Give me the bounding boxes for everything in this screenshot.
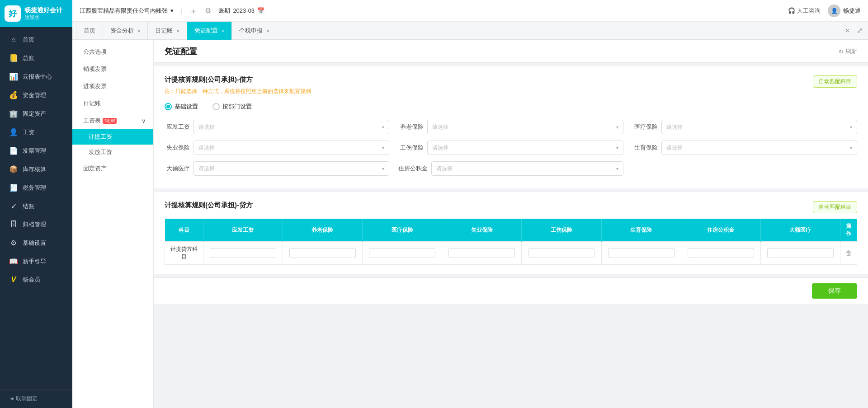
refresh-button[interactable]: ↻ 刷新	[839, 47, 857, 56]
input-sybx2[interactable]	[608, 248, 675, 258]
chevron-down-yfgz-icon: ▾	[382, 125, 384, 130]
cell-sybx[interactable]	[442, 242, 522, 265]
delete-row-icon[interactable]: 🗑	[845, 249, 852, 257]
leftnav-journal[interactable]: 日记账	[72, 95, 153, 112]
col-ylbx2: 医疗保险	[363, 219, 442, 242]
input-zfgjj[interactable]	[688, 248, 754, 258]
save-button[interactable]: 保存	[812, 283, 857, 299]
select-sybx[interactable]: 请选择 ▾	[193, 141, 389, 155]
auto-match-debit-button[interactable]: 自动匹配科目	[813, 75, 857, 88]
col-dely: 大额医疗	[760, 219, 840, 242]
sidebar-item-close[interactable]: ✓ 结账	[0, 197, 72, 216]
radio-dept-setup[interactable]: 按部门设置	[212, 103, 252, 111]
tab-tax-report[interactable]: 个税申报 ×	[232, 22, 277, 40]
label-ylbx2: 医疗保险	[632, 123, 658, 131]
user-menu[interactable]: 👤 畅捷通	[828, 5, 861, 17]
auto-match-credit-button[interactable]: 自动匹配科目	[813, 201, 857, 213]
leftnav-salary-table-group[interactable]: 工资表NEW ∨	[72, 112, 153, 129]
radio-basic-setup[interactable]: 基础设置	[165, 103, 198, 111]
select-yfgz[interactable]: 请选择 ▾	[193, 120, 389, 134]
select-ylbx2[interactable]: 请选择 ▾	[661, 120, 857, 134]
label-zfgjj: 住房公积金	[398, 164, 428, 173]
tab-home[interactable]: 首页	[76, 22, 103, 40]
sidebar-item-ledger[interactable]: 📒 总账	[0, 49, 72, 67]
assets-icon: 🏢	[9, 109, 18, 118]
tab-journal-close[interactable]: ×	[176, 28, 179, 33]
page-header: 凭证配置 ↻ 刷新	[154, 40, 868, 63]
sidebar-item-assets[interactable]: 🏢 固定资产	[0, 104, 72, 123]
leftnav-sales-invoice[interactable]: 销项发票	[72, 61, 153, 78]
debit-rules-card: 计提核算规则(公司承担)-借方 注：只能选择一种方式，系统将按照您当前的选择来配…	[154, 66, 868, 188]
input-yfgz[interactable]	[210, 248, 276, 258]
company-selector[interactable]: 江西服宝精品有限责任公司内账张 ▾	[80, 7, 174, 15]
cell-dely[interactable]	[760, 242, 840, 265]
cell-yfgz[interactable]	[203, 242, 283, 265]
leftnav-pay-salary[interactable]: 发放工资	[72, 145, 153, 160]
expand-icon[interactable]: ⤢	[855, 26, 864, 35]
cell-sybx2[interactable]	[601, 242, 681, 265]
sidebar-item-member[interactable]: V 畅会员	[0, 271, 72, 289]
calendar-icon[interactable]: 📅	[257, 7, 264, 14]
company-name: 江西服宝精品有限责任公司内账张	[80, 7, 168, 15]
cell-zfgjj[interactable]	[681, 242, 760, 265]
sidebar-item-reports[interactable]: 📊 云报表中心	[0, 67, 72, 86]
topbar-right: 🎧 人工咨询 👤 畅捷通	[788, 5, 861, 17]
field-sybx: 失业保险 请选择 ▾	[165, 141, 389, 155]
leftnav-fixed-assets[interactable]: 固定资产	[72, 160, 153, 177]
tab-funds-analysis[interactable]: 资金分析 ×	[103, 22, 148, 40]
sidebar-item-funds[interactable]: 💰 资金管理	[0, 86, 72, 104]
page-title: 凭证配置	[165, 46, 197, 57]
select-ylbx-placeholder: 请选择	[432, 123, 448, 131]
service-button[interactable]: 🎧 人工咨询	[788, 7, 821, 15]
tab-voucher-config[interactable]: 凭证配置 ×	[187, 22, 232, 40]
select-ylbx[interactable]: 请选择 ▾	[427, 120, 623, 134]
input-dely[interactable]	[767, 248, 834, 258]
tab-voucher-close[interactable]: ×	[222, 28, 224, 33]
sidebar-item-inventory[interactable]: 📦 库存核算	[0, 160, 72, 178]
close-all-tabs-icon[interactable]: ×	[844, 27, 851, 35]
sidebar-item-home[interactable]: ⌂ 首页	[0, 31, 72, 49]
sidebar-item-guide[interactable]: 📖 新手引导	[0, 252, 72, 271]
chevron-down-ylbx-icon: ▾	[616, 125, 618, 130]
select-zfgjj[interactable]: 请选择 ▾	[431, 161, 623, 176]
logo-icon: 好	[5, 5, 21, 22]
cell-ylbx2[interactable]	[363, 242, 442, 265]
leftnav-purchase-invoice[interactable]: 进项发票	[72, 78, 153, 95]
cell-delete[interactable]: 🗑	[840, 242, 857, 265]
sidebar-item-archive[interactable]: 🗄 归档管理	[0, 216, 72, 234]
tab-tax-close[interactable]: ×	[266, 28, 269, 33]
sidebar-item-settings[interactable]: ⚙ 基础设置	[0, 234, 72, 252]
field-yfgz: 应发工资 请选择 ▾	[165, 120, 389, 134]
invoice-icon: 📄	[9, 146, 18, 155]
input-gsbx[interactable]	[528, 248, 595, 258]
add-company-button[interactable]: ＋	[189, 5, 198, 16]
select-dely[interactable]: 请选择 ▾	[193, 161, 389, 176]
input-ylbx[interactable]	[289, 248, 356, 258]
sidebar-item-invoice[interactable]: 📄 发票管理	[0, 141, 72, 160]
tab-journal[interactable]: 日记账 ×	[148, 22, 187, 40]
sidebar-label-reports: 云报表中心	[23, 73, 52, 81]
settings-icon: ⚙	[9, 239, 18, 247]
select-gsbx[interactable]: 请选择 ▾	[427, 141, 623, 155]
unpin-button[interactable]: ◄ 取消固定	[0, 389, 72, 408]
chevron-down-dely-icon: ▾	[382, 166, 384, 171]
chevron-down-gsbx-icon: ▾	[616, 145, 618, 150]
credit-table-section: 科目 应发工资 养老保险 医疗保险 失业保险 工伤保险 生育保险 住房公积金 大…	[165, 219, 857, 265]
leftnav-public[interactable]: 公共选项	[72, 43, 153, 61]
cell-gsbx[interactable]	[522, 242, 601, 265]
sidebar-item-tax[interactable]: 🧾 税务管理	[0, 178, 72, 197]
inventory-icon: 📦	[9, 165, 18, 174]
input-ylbx2[interactable]	[369, 248, 435, 258]
settings-gear-icon[interactable]: ⚙	[205, 6, 211, 15]
label-dely: 大额医疗	[165, 164, 190, 173]
select-sybx2[interactable]: 请选择 ▾	[661, 141, 857, 155]
logo-name: 畅捷通好会计	[24, 6, 62, 14]
tab-tax-label: 个税申报	[239, 27, 263, 35]
cell-ylbx[interactable]	[283, 242, 362, 265]
sidebar-item-salary[interactable]: 👤 工资	[0, 123, 72, 141]
field-dely: 大额医疗 请选择 ▾	[165, 161, 389, 176]
col-yfgz: 应发工资	[203, 219, 283, 242]
leftnav-calc-salary[interactable]: 计提工资	[72, 129, 153, 145]
input-sybx[interactable]	[448, 248, 515, 258]
tab-funds-close[interactable]: ×	[137, 28, 140, 33]
